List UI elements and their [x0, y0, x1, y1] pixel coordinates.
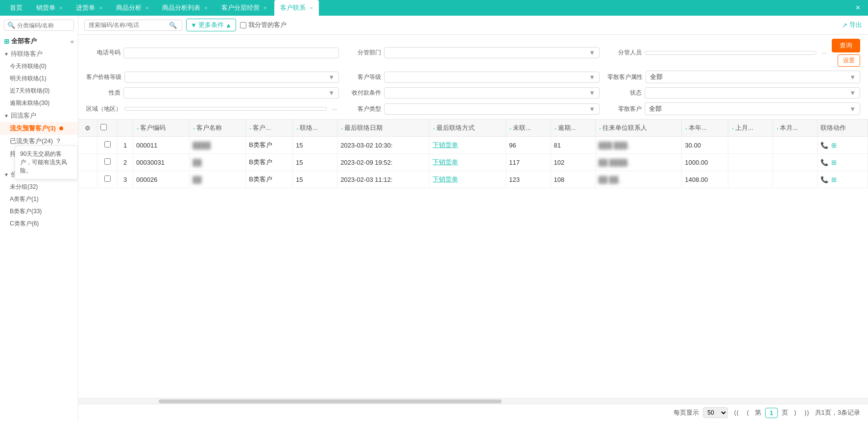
col-last-date[interactable]: ⬩ 最后联络日期	[338, 120, 430, 137]
cell-last-date: 2023-02-03 11:12:	[338, 171, 430, 188]
col-code[interactable]: ⬩ 客户编码	[133, 120, 190, 137]
close-analysis-tab[interactable]: ×	[145, 5, 148, 11]
query-btn[interactable]: 查询	[832, 39, 860, 52]
per-page-select[interactable]: 50 20 100	[703, 407, 728, 418]
table-container[interactable]: ⚙ ⬩ 客户编码 ⬩ 客户名称	[78, 120, 868, 398]
collapse-btn[interactable]: «	[71, 38, 74, 45]
sidebar-item-overdue[interactable]: 逾期未联络(30)	[0, 97, 78, 109]
close-customer-contact-tab[interactable]: ×	[310, 5, 313, 11]
nav-tab-customer-contact[interactable]: 客户联系 ×	[274, 0, 318, 16]
col-type[interactable]: ⬩ 客户...	[246, 120, 293, 137]
prev-page-btn[interactable]: ⟨	[745, 408, 751, 418]
cell-action[interactable]: 📞⊞	[818, 137, 868, 154]
search-submit-icon[interactable]: 🔍	[169, 22, 177, 29]
col-settings[interactable]: ⚙	[78, 120, 97, 137]
next-page-btn[interactable]: ⟩	[792, 408, 798, 418]
cell-not-contacted: 123	[506, 171, 551, 188]
search-input[interactable]	[89, 22, 167, 28]
cell-name: ██	[190, 171, 246, 188]
sidebar-item-7days[interactable]: 近7天待联络(0)	[0, 85, 78, 97]
filter-dept-select[interactable]: ▼	[384, 47, 600, 58]
zero-customer-arrow: ▼	[849, 105, 856, 113]
filter-status-select[interactable]: ▼	[645, 87, 860, 99]
col-contact[interactable]: ⬩ 联络...	[292, 120, 337, 137]
more-action-icon[interactable]: ⊞	[831, 176, 837, 183]
more-conditions-btn[interactable]: ▼ 更多条件 ▲	[186, 19, 236, 31]
more-action-icon[interactable]: ⊞	[831, 142, 837, 149]
phone-icon[interactable]: 📞	[820, 159, 828, 166]
filter-zero-attr-select[interactable]: 全部 ▼	[646, 71, 860, 83]
cell-last-method[interactable]: 下销货单	[430, 154, 506, 171]
sidebar-search-box[interactable]: 🔍	[4, 20, 74, 31]
sort-left10-icon: ⬩	[685, 125, 688, 131]
select-all-checkbox[interactable]	[100, 124, 107, 130]
export-btn[interactable]: ↗ 导出	[842, 21, 862, 29]
close-analysis-list-tab[interactable]: ×	[204, 5, 207, 11]
sort-left5-icon: ⬩	[340, 125, 343, 131]
settings-btn[interactable]: 设置	[838, 54, 860, 67]
col-name[interactable]: ⬩ 客户名称	[190, 120, 246, 137]
col-not-contacted[interactable]: ⬩ 未联...	[506, 120, 551, 137]
cell-index: 3	[118, 171, 133, 188]
sidebar-search-input[interactable]	[17, 22, 78, 29]
cell-settings	[78, 171, 97, 188]
filter-gender-select[interactable]: ▼	[123, 87, 339, 99]
search-input-box[interactable]: 🔍	[84, 20, 182, 31]
cell-action[interactable]: 📞⊞	[818, 171, 868, 188]
my-customers-checkbox[interactable]: 我分管的客户	[240, 21, 287, 29]
my-customers-input[interactable]	[240, 22, 246, 28]
cell-last-method[interactable]: 下销货单	[430, 137, 506, 154]
sidebar-item-class-b[interactable]: B类客户(33)	[0, 205, 78, 218]
col-unit-contact[interactable]: ⬩ 往来单位联系人	[595, 120, 682, 137]
sidebar-item-class-c[interactable]: C类客户(6)	[0, 218, 78, 230]
filter-price-grade-select[interactable]: ▼	[124, 72, 339, 83]
cell-checkbox[interactable]	[97, 171, 118, 188]
col-last-method[interactable]: ⬩ 最后联络方式	[430, 120, 506, 137]
horizontal-scrollbar[interactable]	[78, 398, 868, 404]
sidebar-item-class-a[interactable]: A类客户(1)	[0, 193, 78, 205]
nav-tab-sales[interactable]: 销货单 ×	[30, 0, 68, 16]
region-ellipsis[interactable]: ···	[330, 105, 339, 113]
sort-left9-icon: ⬩	[599, 125, 602, 131]
col-this-year[interactable]: ⬩ 本年...	[682, 120, 728, 137]
close-sales-tab[interactable]: ×	[59, 5, 62, 11]
close-customer-layer-tab[interactable]: ×	[264, 5, 266, 11]
first-page-btn[interactable]: ⟨⟨	[732, 408, 741, 418]
last-page-btn[interactable]: ⟩⟩	[802, 408, 811, 418]
cell-last-method[interactable]: 下销货单	[430, 171, 506, 188]
filter-payment-select[interactable]: ▼	[384, 87, 600, 99]
nav-tab-analysis-list[interactable]: 商品分析列表 ×	[156, 0, 213, 16]
sidebar-group-pending[interactable]: ▼ 待联络客户	[0, 48, 78, 60]
col-checkbox[interactable]	[97, 120, 118, 137]
col-overdue[interactable]: ⬩ 逾期...	[551, 120, 595, 137]
hscroll-thumb[interactable]	[159, 399, 502, 403]
close-purchase-tab[interactable]: ×	[99, 5, 102, 11]
phone-icon[interactable]: 📞	[820, 142, 828, 149]
sidebar-item-churn-warning[interactable]: 流失预警客户(3)	[0, 122, 78, 135]
nav-tab-purchase[interactable]: 进货单 ×	[70, 0, 108, 16]
filter-person-select[interactable]	[645, 51, 817, 55]
nav-tab-customer-layer[interactable]: 客户分层经营 ×	[216, 0, 272, 16]
phone-icon[interactable]: 📞	[820, 176, 828, 183]
close-all-btn[interactable]: ×	[852, 3, 864, 12]
person-ellipsis[interactable]: ···	[820, 49, 829, 56]
sidebar-item-today[interactable]: 今天待联络(0)	[0, 60, 78, 73]
filter-phone-input[interactable]	[123, 48, 339, 58]
filter-region-select[interactable]	[124, 107, 327, 111]
sidebar-root-label: 全部客户	[11, 37, 37, 46]
col-last-month[interactable]: ⬩ 上月...	[728, 120, 772, 137]
filter-grade-label: 客户等级	[347, 73, 381, 81]
col-this-month[interactable]: ⬩ 本月...	[773, 120, 818, 137]
nav-tab-analysis[interactable]: 商品分析 ×	[110, 0, 154, 16]
sidebar-item-ungrouped[interactable]: 未分组(32)	[0, 181, 78, 193]
filter-zero-customer-select[interactable]: 全部 ▼	[645, 102, 860, 115]
sidebar-item-tomorrow[interactable]: 明天待联络(1)	[0, 73, 78, 85]
sidebar-group-return[interactable]: ▼ 回流客户	[0, 109, 78, 122]
filter-customer-type-select[interactable]: ▼	[384, 103, 600, 115]
cell-action[interactable]: 📞⊞	[818, 154, 868, 171]
nav-tab-home[interactable]: 首页	[4, 0, 28, 16]
cell-checkbox[interactable]	[97, 154, 118, 171]
cell-checkbox[interactable]	[97, 137, 118, 154]
more-action-icon[interactable]: ⊞	[831, 159, 837, 166]
filter-grade-select[interactable]: ▼	[384, 72, 600, 83]
